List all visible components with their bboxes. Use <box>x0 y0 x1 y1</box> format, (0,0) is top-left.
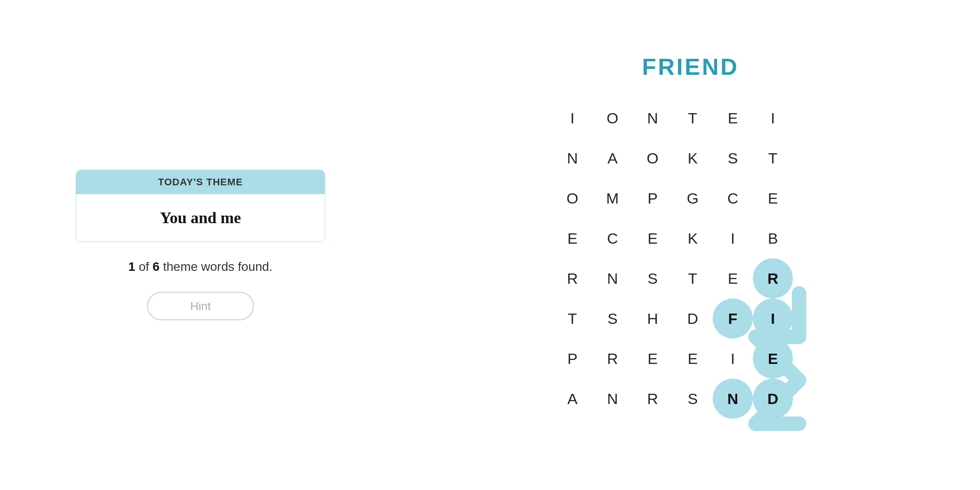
total-count: 6 <box>153 260 160 274</box>
right-panel: FRIEND IONTEINAOKSTOMPGCEECEKIBRNSTERTSH… <box>401 0 980 490</box>
cell-6-5[interactable]: E <box>753 339 793 379</box>
cell-1-2[interactable]: O <box>633 138 673 178</box>
theme-card: TODAY'S THEME You and me <box>76 170 325 242</box>
progress-text: 1 of 6 theme words found. <box>128 260 273 274</box>
cell-6-0[interactable]: P <box>552 339 592 379</box>
letter-grid[interactable]: IONTEINAOKSTOMPGCEECEKIBRNSTERTSHDFIPREE… <box>552 98 829 419</box>
cell-0-1[interactable]: O <box>592 98 633 138</box>
cell-0-2[interactable]: N <box>633 98 673 138</box>
cell-7-0[interactable]: A <box>552 379 592 419</box>
cell-6-1[interactable]: R <box>592 339 633 379</box>
cell-1-4[interactable]: S <box>713 138 753 178</box>
hint-button[interactable]: Hint <box>147 292 254 320</box>
cell-1-1[interactable]: A <box>592 138 633 178</box>
cell-7-2[interactable]: R <box>633 379 673 419</box>
progress-of: of <box>139 260 152 274</box>
found-word: FRIEND <box>642 53 739 80</box>
progress-suffix: theme words found. <box>163 260 273 274</box>
cell-0-4[interactable]: E <box>713 98 753 138</box>
cell-0-0[interactable]: I <box>552 98 592 138</box>
cell-1-3[interactable]: K <box>673 138 713 178</box>
cell-6-4[interactable]: I <box>713 339 753 379</box>
cell-3-1[interactable]: C <box>592 218 633 258</box>
cell-0-3[interactable]: T <box>673 98 713 138</box>
cell-6-3[interactable]: E <box>673 339 713 379</box>
cell-3-3[interactable]: K <box>673 218 713 258</box>
cell-3-4[interactable]: I <box>713 218 753 258</box>
cell-4-5[interactable]: R <box>753 258 793 298</box>
cell-7-4[interactable]: N <box>713 379 753 419</box>
cell-5-1[interactable]: S <box>592 298 633 339</box>
cell-4-0[interactable]: R <box>552 258 592 298</box>
cell-5-3[interactable]: D <box>673 298 713 339</box>
cell-2-1[interactable]: M <box>592 178 633 218</box>
cell-7-5[interactable]: D <box>753 379 793 419</box>
found-count: 1 <box>128 260 135 274</box>
cell-7-1[interactable]: N <box>592 379 633 419</box>
cell-2-4[interactable]: C <box>713 178 753 218</box>
cell-4-2[interactable]: S <box>633 258 673 298</box>
cell-1-0[interactable]: N <box>552 138 592 178</box>
cell-4-4[interactable]: E <box>713 258 753 298</box>
grid-container: IONTEINAOKSTOMPGCEECEKIBRNSTERTSHDFIPREE… <box>552 98 829 445</box>
cell-2-0[interactable]: O <box>552 178 592 218</box>
cell-3-0[interactable]: E <box>552 218 592 258</box>
cell-2-3[interactable]: G <box>673 178 713 218</box>
cell-0-5[interactable]: I <box>753 98 793 138</box>
cell-3-2[interactable]: E <box>633 218 673 258</box>
left-panel: TODAY'S THEME You and me 1 of 6 theme wo… <box>0 0 401 490</box>
cell-2-5[interactable]: E <box>753 178 793 218</box>
cell-1-5[interactable]: T <box>753 138 793 178</box>
cell-4-3[interactable]: T <box>673 258 713 298</box>
cell-5-5[interactable]: I <box>753 298 793 339</box>
cell-3-5[interactable]: B <box>753 218 793 258</box>
cell-5-0[interactable]: T <box>552 298 592 339</box>
cell-6-2[interactable]: E <box>633 339 673 379</box>
theme-header: TODAY'S THEME <box>76 170 325 194</box>
cell-4-1[interactable]: N <box>592 258 633 298</box>
cell-5-2[interactable]: H <box>633 298 673 339</box>
theme-value: You and me <box>76 194 325 241</box>
cell-2-2[interactable]: P <box>633 178 673 218</box>
cell-5-4[interactable]: F <box>713 298 753 339</box>
cell-7-3[interactable]: S <box>673 379 713 419</box>
